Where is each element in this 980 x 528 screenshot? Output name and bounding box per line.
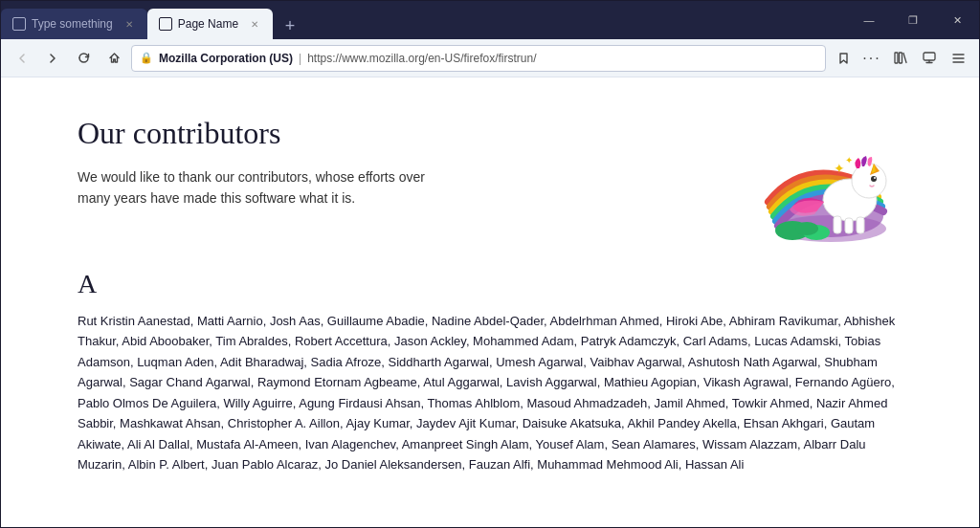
forward-button[interactable] <box>39 45 66 72</box>
more-button[interactable]: ··· <box>858 45 885 72</box>
svg-rect-0 <box>895 53 898 63</box>
menu-button[interactable] <box>945 45 971 72</box>
tab-icon-2 <box>159 17 172 31</box>
svg-point-16 <box>874 177 876 179</box>
svg-rect-21 <box>857 217 864 233</box>
minimize-button[interactable]: — <box>847 5 891 35</box>
window-controls: — ❐ ✕ <box>847 1 979 39</box>
tab-label-2: Page Name <box>178 17 238 31</box>
page-subtitle: We would like to thank our contributors,… <box>78 166 441 209</box>
library-button[interactable] <box>887 45 914 72</box>
unicorn-illustration: ✦ ✦ <box>749 116 902 250</box>
svg-rect-19 <box>834 216 841 233</box>
toolbar-right: ··· <box>830 45 971 72</box>
maximize-button[interactable]: ❐ <box>891 5 935 35</box>
synced-tabs-button[interactable] <box>916 45 943 72</box>
tab-icon-1 <box>12 17 26 31</box>
tab-label-1: Type something <box>32 17 113 31</box>
page-header-text: Our contributors We would like to thank … <box>78 116 749 209</box>
svg-rect-2 <box>924 53 935 60</box>
bookmark-button[interactable] <box>830 45 857 72</box>
toolbar: 🔒 Mozilla Corporation (US) | https://www… <box>1 39 979 77</box>
page-title: Our contributors <box>78 116 749 151</box>
close-button[interactable]: ✕ <box>935 5 979 35</box>
svg-rect-1 <box>900 53 902 63</box>
tab-page-name[interactable]: Page Name ✕ <box>147 9 273 39</box>
titlebar: Type something ✕ Page Name ✕ + — ❐ ✕ <box>1 1 979 39</box>
contributors-list: Rut Kristin Aanestad, Matti Aarnio, Josh… <box>78 311 902 475</box>
content-area: Our contributors We would like to thank … <box>1 77 979 527</box>
tab-close-2[interactable]: ✕ <box>248 17 261 31</box>
url-text: https://www.mozilla.org/en-US/firefox/fi… <box>307 52 536 65</box>
svg-point-15 <box>871 176 877 182</box>
svg-text:✦: ✦ <box>845 155 853 165</box>
url-separator: | <box>299 52 301 65</box>
back-button[interactable] <box>9 45 35 72</box>
svg-rect-20 <box>845 218 853 233</box>
new-tab-button[interactable]: + <box>277 12 303 39</box>
address-bar[interactable]: 🔒 Mozilla Corporation (US) | https://www… <box>131 45 826 72</box>
svg-point-10 <box>795 222 818 235</box>
page-content: Our contributors We would like to thank … <box>1 77 979 527</box>
lock-icon: 🔒 <box>140 52 153 64</box>
tab-close-1[interactable]: ✕ <box>122 17 136 31</box>
refresh-button[interactable] <box>70 45 97 72</box>
page-header: Our contributors We would like to thank … <box>78 116 902 250</box>
home-button[interactable] <box>100 45 127 72</box>
section-letter: A <box>78 269 902 299</box>
browser-window: Type something ✕ Page Name ✕ + — ❐ ✕ <box>0 0 980 528</box>
svg-text:✦: ✦ <box>834 161 845 176</box>
tab-type-something[interactable]: Type something ✕ <box>1 9 147 39</box>
svg-point-12 <box>852 164 886 198</box>
site-name: Mozilla Corporation (US) <box>159 52 293 65</box>
